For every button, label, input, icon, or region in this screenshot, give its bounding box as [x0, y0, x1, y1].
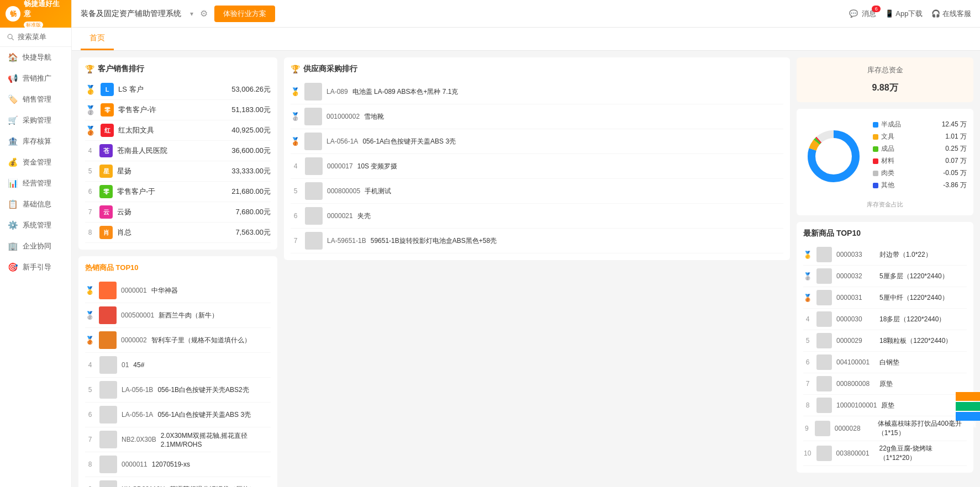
nav-icon-marketing: 📢 [8, 73, 18, 83]
sidebar-item-system[interactable]: ⚙️ 系统管理 [0, 215, 71, 236]
new-products-list: 🥇 0000033 封边带（1.0*22）🥈 0000032 5厘多层（1220… [803, 244, 967, 466]
dropdown-arrow-icon[interactable]: ▾ [190, 10, 193, 18]
medal-icon: 🥇 [85, 84, 96, 95]
medal-icon: 🥇 [803, 251, 812, 259]
nav-icon-finance: 💰 [8, 157, 18, 167]
new-product-name: 18颗粒板（1220*2440） [879, 336, 952, 346]
left-column: 🏆 客户销售排行 🥇 L LS 客户 53,006.26元🥈 零 零售客户-许 … [78, 57, 277, 480]
sidebar-item-marketing[interactable]: 📢 营销推广 [0, 68, 71, 89]
rank-number: 7 [85, 208, 95, 216]
vendor-rank-item: 4 0000017 10S 变频罗摄 [291, 154, 783, 179]
tab-home[interactable]: 首页 [81, 28, 114, 50]
topbar-right: 💬 6 消息 📱 App下载 🎧 在线客服 [849, 9, 971, 19]
new-product-name: 原垫 [881, 401, 894, 410]
nav-label-marketing: 营销推广 [23, 73, 51, 83]
product-code: LA-056-1A [122, 411, 153, 419]
nav-items: 🏠 快捷导航📢 营销推广🏷️ 销售管理🛒 采购管理🏦 库存核算💰 资金管理📊 经… [0, 47, 71, 278]
vendor-rank-item: 🥈 001000002 雪地靴 [291, 104, 783, 129]
float-btn-community[interactable]: 服务社区 [956, 402, 980, 411]
rank-number: 5 [291, 187, 301, 195]
customer-avatar: L [101, 83, 114, 96]
legend-dot [873, 183, 878, 188]
message-count: 6 [872, 6, 881, 12]
sidebar-item-inventory[interactable]: 🏦 库存核算 [0, 131, 71, 152]
nav-icon-inventory: 🏦 [8, 136, 18, 146]
app-download[interactable]: 📱 App下载 [885, 9, 923, 19]
new-product-code: 0000030 [836, 315, 875, 323]
message-badge-container[interactable]: 💬 6 消息 [849, 9, 877, 19]
trophy-icon: 🏆 [85, 65, 94, 73]
mid-column: 🏆 供应商采购排行 🥇 LA-089 电池盖 LA-089 ABS本色+黑种 7… [284, 57, 790, 480]
hot-product-item: 4 01 45# [85, 353, 271, 378]
customer-rank-item: 🥈 零 零售客户-许 51,183.00元 [85, 100, 271, 120]
sidebar-item-basic-info[interactable]: 📋 基础信息 [0, 194, 71, 215]
new-product-name: 封边带（1.0*22） [879, 250, 932, 260]
customer-rank-list: 🥇 L LS 客户 53,006.26元🥈 零 零售客户-许 51,183.00… [85, 80, 271, 243]
vendor-rank-item: 6 0000021 夹壳 [291, 204, 783, 229]
medal-icon: 🥉 [85, 125, 96, 136]
new-product-image [816, 376, 832, 391]
legend-left: 材料 [873, 156, 894, 166]
new-products-card: 最新商品 TOP10 🥇 0000033 封边带（1.0*22）🥈 000003… [797, 222, 973, 473]
medal-icon: 🥇 [85, 286, 94, 295]
legend-label: 半成品 [881, 120, 901, 129]
customer-name: 零售客户-许 [118, 105, 227, 115]
float-btn-service[interactable]: 客服热线 [956, 392, 980, 401]
new-product-image [816, 354, 832, 370]
rank-number: 9 [803, 425, 810, 432]
nav-label-guide: 新手引导 [23, 262, 51, 272]
sidebar-item-guide[interactable]: 🎯 新手引导 [0, 257, 71, 278]
customer-avatar: 云 [99, 205, 113, 219]
new-product-name: 5厘中纤（1220*2440） [879, 293, 949, 303]
nav-icon-sales: 🏷️ [8, 94, 18, 104]
legend-value: 0.07 万 [945, 156, 967, 166]
sidebar-item-sales[interactable]: 🏷️ 销售管理 [0, 89, 71, 110]
donut-chart [803, 126, 864, 187]
legend-label: 文具 [881, 132, 894, 141]
rank-number: 7 [291, 237, 301, 245]
rank-number: 6 [803, 358, 812, 366]
sidebar-item-quick-nav[interactable]: 🏠 快捷导航 [0, 47, 71, 68]
nav-label-basic-info: 基础信息 [23, 199, 51, 209]
nav-icon-guide: 🎯 [8, 262, 18, 272]
product-code: NB2.0X30B [122, 436, 156, 443]
legend-label: 材料 [881, 156, 894, 166]
legend-value: -3.86 万 [943, 181, 967, 190]
customer-name: 星扬 [117, 166, 227, 176]
hot-product-item: 🥇 0000001 中华神器 [85, 278, 271, 303]
topbar: 装备及固定资产辅助管理系统 ▾ ⚙ 体验行业方案 💬 6 消息 📱 App下载 … [72, 0, 980, 28]
online-service[interactable]: 🎧 在线客服 [931, 9, 971, 19]
vendor-code: LA-089 [326, 88, 348, 96]
legend-left: 半成品 [873, 120, 901, 129]
new-product-item: 8 10000100001 原垫 [803, 395, 967, 416]
medal-icon: 🥉 [291, 137, 300, 146]
trial-btn[interactable]: 体验行业方案 [214, 6, 275, 22]
product-code: 01 [122, 361, 129, 369]
customer-avatar: 红 [101, 124, 114, 137]
product-image-placeholder [99, 381, 117, 399]
sidebar-item-purchase[interactable]: 🛒 采购管理 [0, 110, 71, 131]
medal-icon: 🥈 [291, 112, 300, 121]
legend-label: 成品 [881, 144, 894, 153]
sidebar-item-finance[interactable]: 💰 资金管理 [0, 152, 71, 173]
new-product-item: 4 0000030 18多层（1220*2440） [803, 309, 967, 330]
new-product-image [816, 311, 832, 327]
vendor-product-image [305, 157, 323, 175]
new-product-name: 白钢垫 [879, 358, 899, 367]
rank-number: 8 [85, 460, 95, 468]
new-product-code: 000800008 [836, 380, 875, 388]
sidebar-item-operations[interactable]: 📊 经营管理 [0, 173, 71, 194]
nav-label-operations: 经营管理 [23, 178, 51, 188]
hot-product-item: 8 0000011 12070519-xs [85, 452, 271, 477]
legend-left: 成品 [873, 144, 894, 153]
float-btn-live[interactable]: 直播 [956, 412, 980, 421]
settings-icon[interactable]: ⚙ [200, 8, 208, 19]
sidebar-item-corp[interactable]: 🏢 企业协同 [0, 236, 71, 257]
new-products-title: 最新商品 TOP10 [803, 229, 967, 239]
medal-icon: 🥈 [803, 272, 812, 280]
search-menu-item[interactable]: 搜索菜单 [0, 28, 71, 47]
hot-products-card: 热销商品 TOP10 🥇 0000001 中华神器🥈 000500001 新西兰… [78, 256, 277, 487]
vendor-rank-item: 🥉 LA-056-1A 056-1A白色按键开关盖ABS 3壳 [291, 129, 783, 154]
legend-value: 12.45 万 [942, 120, 967, 129]
new-product-name: 体械嘉枝味苏打饮品400毫升（1*15） [878, 419, 967, 438]
